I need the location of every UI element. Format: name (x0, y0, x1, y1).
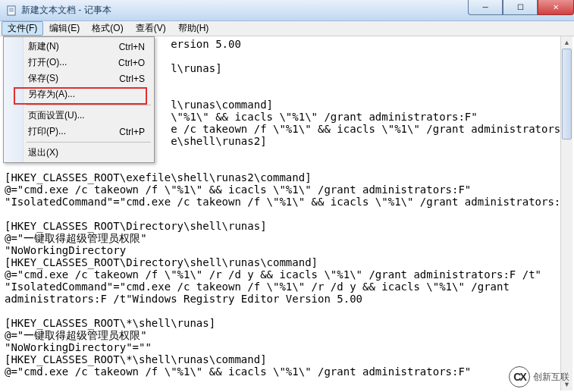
vertical-scrollbar[interactable]: ▲ ▼ (560, 36, 572, 390)
menu-item-exit[interactable]: 退出(X) (5, 145, 152, 161)
menu-item-save[interactable]: 保存(S) Ctrl+S (5, 71, 152, 86)
menu-help[interactable]: 帮助(H) (172, 21, 215, 36)
menu-item-print[interactable]: 打印(P)... Ctrl+P (5, 124, 152, 140)
menu-item-pagesetup[interactable]: 页面设置(U)... (5, 108, 152, 124)
maximize-button[interactable]: ☐ (503, 0, 538, 15)
watermark-logo: CX (509, 366, 530, 387)
menu-item-shortcut: Ctrl+N (119, 42, 145, 52)
menu-item-new[interactable]: 新建(N) Ctrl+N (5, 39, 152, 55)
scroll-up-button[interactable]: ▲ (561, 36, 572, 49)
minimize-button[interactable]: ─ (468, 0, 503, 15)
menu-separator (27, 142, 151, 143)
menu-item-shortcut: Ctrl+S (119, 74, 145, 84)
menu-edit[interactable]: 编辑(E) (43, 21, 86, 36)
menu-item-shortcut: Ctrl+O (118, 58, 145, 68)
svg-rect-0 (8, 6, 15, 15)
menu-item-label: 打印(P)... (28, 125, 66, 138)
menu-view[interactable]: 查看(V) (130, 21, 172, 36)
window-title: 新建文本文档 - 记事本 (21, 4, 111, 17)
menu-item-label: 新建(N) (28, 40, 59, 53)
window-controls: ─ ☐ ✕ (468, 0, 574, 15)
menu-separator (27, 105, 151, 105)
watermark-text: 创新互联 (533, 371, 569, 384)
menu-item-open[interactable]: 打开(O)... Ctrl+O (5, 55, 152, 71)
notepad-icon (6, 5, 18, 17)
menu-item-label: 页面设置(U)... (28, 109, 85, 122)
title-bar: 新建文本文档 - 记事本 ─ ☐ ✕ (0, 0, 574, 21)
menu-item-label: 另存为(A)... (28, 88, 75, 101)
file-menu-dropdown: 新建(N) Ctrl+N 打开(O)... Ctrl+O 保存(S) Ctrl+… (3, 36, 155, 163)
menu-item-label: 保存(S) (28, 72, 58, 85)
scroll-thumb[interactable] (562, 49, 572, 140)
close-button[interactable]: ✕ (538, 0, 574, 15)
menu-item-label: 退出(X) (28, 146, 58, 159)
menu-item-saveas[interactable]: 另存为(A)... (5, 86, 152, 102)
watermark: CX 创新互联 (509, 366, 569, 387)
menu-bar: 文件(F) 编辑(E) 格式(O) 查看(V) 帮助(H) (0, 21, 574, 36)
menu-item-shortcut: Ctrl+P (119, 127, 145, 137)
menu-file[interactable]: 文件(F) (2, 21, 43, 36)
menu-item-label: 打开(O)... (28, 56, 67, 69)
menu-format[interactable]: 格式(O) (86, 21, 129, 36)
